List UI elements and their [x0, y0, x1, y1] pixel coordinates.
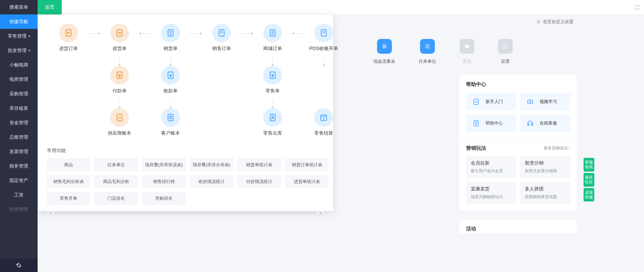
flow-label: 收款单 — [164, 88, 178, 94]
video-icon — [525, 97, 535, 106]
sidebar-ecom[interactable]: 电商管理 — [0, 72, 38, 87]
common-商品[interactable]: 商品 — [47, 158, 90, 171]
svg-point-4 — [504, 45, 506, 47]
help-service[interactable]: 在线客服 — [520, 115, 570, 132]
flow-收款单[interactable]: 收款单 — [149, 66, 192, 103]
flow-label: 零售单 — [266, 88, 280, 94]
common-导购排名[interactable]: 导购排名 — [142, 192, 185, 205]
quick-label: 往来单位 — [419, 58, 436, 64]
flow-label: 供应商账本 — [108, 130, 131, 136]
market-live[interactable]: 直播卖货场景式购物新玩法 — [466, 182, 516, 204]
common-grid: 商品往来单位现存量(库存状况表)现存量(库存分布表)销货单统计表销货订单统计表销… — [47, 158, 324, 205]
common-收款情况统计[interactable]: 收款情况统计 — [190, 175, 233, 188]
flow-零售出库[interactable]: 零售出库 — [251, 108, 294, 145]
svg-point-0 — [538, 21, 539, 22]
quick-label: 设置 — [501, 58, 510, 64]
sidebar-fixed-asset[interactable]: 固定资产 — [0, 173, 38, 188]
market-more[interactable]: 更多营销玩法 › — [544, 145, 570, 151]
caret-down-icon: ▾ — [29, 34, 30, 38]
sidebar-ops[interactable]: 经营管理 — [0, 202, 38, 217]
building-icon — [420, 39, 435, 54]
scroll-thumb[interactable] — [54, 212, 316, 214]
flow-销货单[interactable]: 销货单 — [149, 24, 192, 60]
quick-empty[interactable]: 暂无 — [460, 39, 474, 64]
sidebar-retail[interactable]: 零售管理▾ — [0, 29, 38, 43]
quick-cashflow[interactable]: 现金流量表 — [373, 39, 395, 64]
sidebar-wholesale[interactable]: 批发管理▾ — [0, 43, 38, 58]
market-group[interactable]: 多人拼团拼团购物享受优惠 — [520, 182, 570, 204]
common-往来单位[interactable]: 往来单位 — [95, 158, 138, 171]
pill-community[interactable]: 服务社区 — [584, 173, 594, 187]
common-商品毛利分析[interactable]: 商品毛利分析 — [95, 175, 138, 188]
sidebar-inventory[interactable]: 库存核算 — [0, 101, 38, 116]
help-center[interactable]: 帮助中心 — [466, 115, 516, 132]
quick-label: 暂无 — [463, 58, 471, 64]
flow-付款单[interactable]: 付款单 — [98, 66, 141, 103]
fullscreen-button[interactable] — [631, 0, 644, 14]
flow-label: 客户账本 — [161, 130, 180, 136]
sidebar-purchase[interactable]: 采购管理 — [0, 87, 38, 101]
flow-客户账本[interactable]: 客户账本 — [149, 108, 192, 145]
flow-零售单[interactable]: 零售单 — [251, 66, 294, 103]
common-销售毛利分析表[interactable]: 销售毛利分析表 — [47, 175, 90, 188]
common-门店排名[interactable]: 门店排名 — [95, 192, 138, 205]
list-icon — [263, 24, 282, 42]
help-video[interactable]: 视频学习 — [520, 93, 570, 110]
gear-icon — [498, 39, 513, 54]
pill-shortcut[interactable]: 桌面快捷 — [584, 188, 594, 202]
quick-settings[interactable]: 设置 — [498, 39, 513, 64]
flow-零售结算[interactable]: 零售结算 — [302, 108, 345, 145]
flow-label: 销货单 — [164, 46, 178, 52]
sidebar-funds[interactable]: 资金管理 — [0, 116, 38, 130]
caret-down-icon: ▾ — [29, 49, 30, 52]
sidebar-search[interactable]: 搜索菜单 — [0, 0, 38, 14]
sidebar-salary[interactable]: 工资 — [0, 188, 38, 202]
tab-home[interactable]: 首页 — [38, 0, 62, 14]
scroll-right-icon[interactable]: ▸ — [318, 211, 324, 215]
market-member[interactable]: 会员拉新吸引用户成为会员 — [466, 156, 516, 178]
common-销货单统计表[interactable]: 销货单统计表 — [238, 158, 281, 171]
common-付款情况统计[interactable]: 付款情况统计 — [238, 175, 281, 188]
flyout-scrollbar[interactable]: ◂ ▸ — [47, 211, 324, 215]
sidebar-settings[interactable] — [0, 259, 38, 272]
flow-label: 商城订单 — [263, 46, 282, 52]
money-icon — [263, 66, 282, 85]
sidebar-quicknav[interactable]: 快捷导航 — [0, 14, 38, 29]
home-custom-settings[interactable]: 首页自定义设置 — [536, 19, 573, 25]
help-newbie[interactable]: 新手入门 — [466, 93, 516, 110]
sidebar-tax[interactable]: 税务管理 — [0, 159, 38, 173]
flow-销售订单[interactable]: 销售订单 — [200, 24, 243, 60]
sidebar-xc-ecom[interactable]: 小畅电商 — [0, 58, 38, 72]
flow-grid: 进货订单进货单销货单销售订单商城订单POS收银开单付款单收款单零售单供应商账本客… — [47, 24, 324, 145]
quick-row: 现金流量表 往来单位 暂无 设置 — [373, 39, 513, 64]
flow-进货单[interactable]: 进货单 — [98, 24, 141, 60]
common-进货单统计表[interactable]: 进货单统计表 — [285, 175, 328, 188]
flow-商城订单[interactable]: 商城订单 — [251, 24, 294, 60]
market-fission[interactable]: 裂变分销裂变式发展分销商 — [520, 156, 570, 178]
common-现存量(库存分布表)[interactable]: 现存量(库存分布表) — [190, 158, 233, 171]
quick-label: 现金流量表 — [373, 58, 395, 64]
flow-进货订单[interactable]: 进货订单 — [47, 24, 90, 60]
sidebar-ledger[interactable]: 总账管理 — [0, 130, 38, 144]
quick-partner[interactable]: 往来单位 — [419, 39, 436, 64]
sidebar-invoice[interactable]: 发票管理 — [0, 144, 38, 159]
common-现存量(库存状况表)[interactable]: 现存量(库存状况表) — [142, 158, 185, 171]
ledger-icon — [110, 108, 129, 127]
help-title: 帮助中心 — [466, 81, 570, 88]
flow-label: 销售订单 — [212, 46, 231, 52]
blank-icon — [460, 39, 474, 54]
scroll-left-icon[interactable]: ◂ — [47, 211, 53, 215]
person-doc-icon — [263, 108, 282, 127]
common-销售排行榜[interactable]: 销售排行榜 — [142, 175, 185, 188]
flow-POS收银开单[interactable]: POS收银开单 — [302, 24, 345, 60]
common-零售开单[interactable]: 零售开单 — [47, 192, 90, 205]
market-title: 营销玩法 — [466, 145, 486, 151]
flow-label: 进货订单 — [59, 46, 78, 52]
flow-供应商账本[interactable]: 供应商账本 — [98, 108, 141, 145]
headset-icon — [525, 119, 535, 128]
help-panel: 帮助中心 新手入门 视频学习 帮助中心 在线客服 — [459, 75, 577, 139]
common-销货订单统计表[interactable]: 销货订单统计表 — [285, 158, 328, 171]
float-pills: 客服热线 服务社区 桌面快捷 — [584, 158, 594, 201]
pill-hotline[interactable]: 客服热线 — [584, 158, 594, 172]
list-icon — [161, 24, 180, 42]
